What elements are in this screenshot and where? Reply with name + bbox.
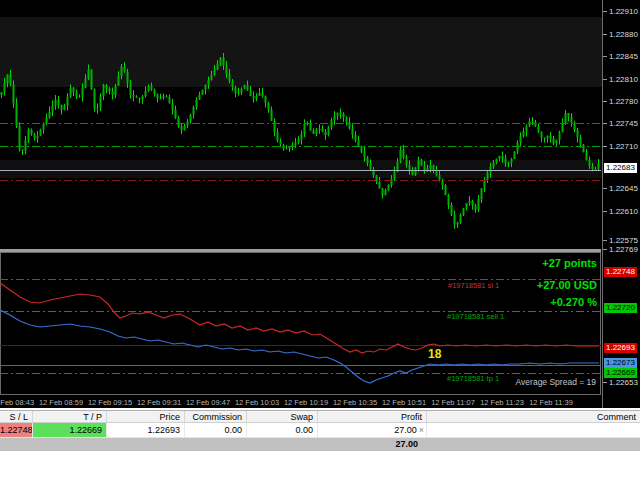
column-header-commission: Commission (185, 411, 247, 422)
average-spread-label: Average Spread = 19 (516, 377, 596, 387)
price-axis-tick (603, 123, 607, 124)
order-sl-label: #19718581 sl 1 (448, 281, 499, 290)
sl-cell[interactable]: 1.22748 (0, 423, 33, 437)
price-axis-label: 1.22745 (609, 119, 638, 128)
time-axis-label: 12 Feb 10:35 (333, 398, 377, 407)
close-position-icon[interactable]: × (419, 423, 424, 437)
swap-cell: 0.00 (247, 423, 318, 437)
time-axis-label: 12 Feb 09:15 (88, 398, 132, 407)
time-axis-label: 12 Feb 11:23 (480, 398, 524, 407)
profit-cell: 27.00× (318, 423, 427, 437)
bid-ask-lines (0, 252, 601, 395)
price-cell: 1.22693 (107, 423, 185, 437)
open-price-box: 1.22720 (604, 303, 637, 313)
tp-cell[interactable]: 1.22669 (33, 423, 107, 437)
price-axis-tick (603, 34, 607, 35)
time-axis-label: 12 Feb 09:47 (186, 398, 230, 407)
price-axis-label: 1.22610 (609, 207, 638, 216)
column-header-swap: Swap (247, 411, 318, 422)
time-axis-label: 12 Feb 10:51 (382, 398, 426, 407)
price-axis-label: 1.22780 (609, 97, 638, 106)
summary-cell-2 (107, 438, 185, 451)
time-axis[interactable]: 12 Feb 08:4312 Feb 08:5912 Feb 09:1512 F… (0, 396, 602, 408)
trading-terminal-window: +27 points +27.00 USD +0.270 % #19718581… (0, 0, 640, 480)
time-axis-label: 12 Feb 10:19 (284, 398, 328, 407)
price-axis-tick (603, 382, 607, 383)
open-price-line (0, 146, 601, 147)
price-axis-tick (603, 79, 607, 80)
summary-cell-3 (185, 438, 247, 451)
price-axis[interactable]: 1.229101.228801.228451.228101.227801.227… (602, 0, 640, 408)
price-axis-label: 1.22910 (609, 7, 638, 16)
price-axis-tick (603, 101, 607, 102)
time-axis-label: 12 Feb 11:07 (431, 398, 475, 407)
ask-line (0, 283, 599, 353)
trade-table: S / LT / PPriceCommissionSwapProfitComme… (0, 410, 640, 451)
price-axis-label: 1.22710 (609, 142, 638, 151)
trade-table-row[interactable]: 1.227481.226691.226930.000.0027.00× (0, 423, 640, 438)
current-bid-box: 1.22683 (604, 163, 637, 173)
ask-box: 1.22693 (604, 343, 637, 353)
price-axis-label: 1.22880 (609, 30, 638, 39)
time-axis-label: 12 Feb 11:39 (529, 398, 573, 407)
summary-cell-6 (427, 438, 640, 451)
price-axis-label: 1.22845 (609, 52, 638, 61)
time-axis-label: 12 Feb 10:03 (235, 398, 279, 407)
bid-box: 1.22673 (604, 358, 637, 368)
bid-line (0, 310, 599, 383)
price-axis-tick (603, 211, 607, 212)
take-profit-line (0, 180, 601, 181)
time-axis-label: 12 Feb 08:43 (0, 398, 34, 407)
stop-loss-box: 1.22748 (604, 267, 637, 277)
summary-cell-0 (0, 438, 33, 451)
column-header-sl: S / L (0, 411, 33, 422)
commission-cell: 0.00 (185, 423, 247, 437)
price-axis-label: 1.22810 (609, 75, 638, 84)
trade-table-summary-row: 27.00 (0, 438, 640, 451)
price-axis-tick (603, 56, 607, 57)
profit-value: 27.00 (394, 423, 417, 437)
price-axis-tick (603, 249, 607, 250)
price-axis-tick (603, 188, 607, 189)
take-profit-box: 1.22669 (604, 368, 637, 378)
profit-points-label: +27 points (542, 257, 597, 269)
order-sell-label: #19718581 sell 1 (447, 312, 504, 321)
price-axis-label: 1.22645 (609, 184, 638, 193)
summary-cell-4 (247, 438, 318, 451)
profit-usd-label: +27.00 USD (537, 279, 597, 291)
summary-cell-1 (33, 438, 107, 451)
order-tp-label: #19718581 tp 1 (447, 374, 499, 383)
price-axis-label: 1.22769 (609, 245, 638, 254)
stop-loss-line (0, 123, 601, 124)
time-axis-label: 12 Feb 09:31 (137, 398, 181, 407)
time-axis-label: 12 Feb 08:59 (39, 398, 83, 407)
trade-table-header: S / LT / PPriceCommissionSwapProfitComme… (0, 410, 640, 423)
candlestick-series (0, 0, 602, 250)
comment-cell (427, 423, 640, 437)
price-axis-tick (603, 240, 607, 241)
profit-percent-label: +0.270 % (550, 296, 597, 308)
current-price-line (0, 170, 601, 171)
summary-cell-5: 27.00 (318, 438, 427, 451)
column-header-tp: T / P (33, 411, 107, 422)
price-axis-label: 1.22653 (609, 378, 638, 387)
current-spread-value: 18 (428, 347, 441, 361)
price-axis-tick (603, 146, 607, 147)
price-axis-label: 1.22575 (609, 236, 638, 245)
column-header-profit: Profit (318, 411, 427, 422)
price-axis-tick (603, 11, 607, 12)
column-header-comment: Comment (427, 411, 640, 422)
column-header-price: Price (107, 411, 185, 422)
